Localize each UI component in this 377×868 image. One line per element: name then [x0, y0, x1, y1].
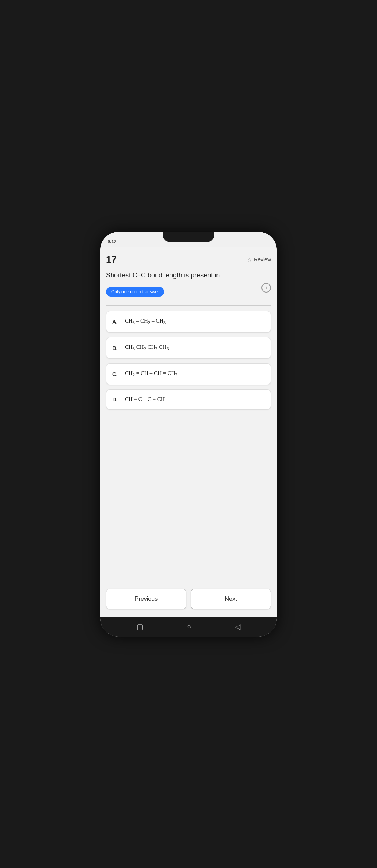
option-a-formula: CH3 – CH2 – CH3: [125, 318, 166, 326]
home-square-icon[interactable]: ▢: [137, 622, 144, 631]
option-c-label: C.: [112, 371, 120, 377]
screen: 9:17 17 ☆ Review Shortest C–C bond lengt…: [100, 232, 277, 637]
info-symbol: i: [266, 285, 267, 290]
option-d[interactable]: D. CH ≡ C – C ≡ CH: [106, 389, 271, 410]
question-header: 17 ☆ Review: [106, 254, 271, 265]
divider: [106, 305, 271, 306]
option-d-label: D.: [112, 396, 120, 403]
bottom-nav: ▢ ○ ◁: [100, 617, 277, 637]
option-c-formula: CH2 = CH – CH = CH2: [125, 370, 177, 378]
back-icon[interactable]: ◁: [235, 622, 240, 631]
option-d-formula: CH ≡ C – C ≡ CH: [125, 396, 165, 403]
star-icon: ☆: [247, 256, 252, 263]
option-a[interactable]: A. CH3 – CH2 – CH3: [106, 311, 271, 333]
status-time: 9:17: [108, 239, 116, 244]
info-icon[interactable]: i: [261, 283, 271, 293]
badge-row: Only one correct answer i: [106, 287, 271, 299]
review-button[interactable]: ☆ Review: [247, 256, 271, 263]
answer-type-badge: Only one correct answer: [106, 287, 164, 297]
content-area: 17 ☆ Review Shortest C–C bond length is …: [100, 247, 277, 617]
nav-buttons: Previous Next: [106, 584, 271, 613]
option-a-label: A.: [112, 319, 120, 325]
options-list: A. CH3 – CH2 – CH3 B. CH3 CH2 CH2 CH3 C.…: [106, 311, 271, 410]
review-label: Review: [254, 256, 271, 262]
option-b-label: B.: [112, 345, 120, 351]
previous-button[interactable]: Previous: [106, 589, 186, 609]
option-c[interactable]: C. CH2 = CH – CH = CH2: [106, 363, 271, 385]
next-button[interactable]: Next: [191, 589, 271, 609]
question-text: Shortest C–C bond length is present in: [106, 270, 271, 280]
question-number: 17: [106, 254, 117, 265]
option-b[interactable]: B. CH3 CH2 CH2 CH3: [106, 337, 271, 359]
option-b-formula: CH3 CH2 CH2 CH3: [125, 344, 169, 352]
notch: [163, 232, 214, 242]
home-circle-icon[interactable]: ○: [187, 622, 191, 631]
phone-frame: 9:17 17 ☆ Review Shortest C–C bond lengt…: [100, 232, 277, 637]
